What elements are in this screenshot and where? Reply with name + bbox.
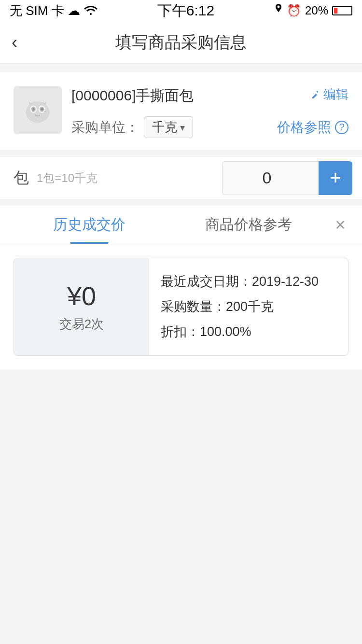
- tab-section: 历史成交价 商品价格参考 × ¥0 交易2次: [0, 206, 362, 369]
- tab-history-price[interactable]: 历史成交价: [10, 206, 169, 244]
- unit-select[interactable]: 千克 ▾: [144, 116, 193, 138]
- quantity-plus-button[interactable]: +: [319, 161, 352, 195]
- tab-history-label: 历史成交价: [53, 215, 125, 235]
- price-transactions: 交易2次: [59, 316, 104, 333]
- price-card: ¥0 交易2次 最近成交日期：2019-12-30 采购数量：200千克 折扣：…: [14, 258, 348, 356]
- currency-symbol: ¥: [67, 281, 82, 310]
- tab-product-label: 商品价格参考: [205, 215, 292, 235]
- purchase-unit-label: 采购单位：: [71, 118, 139, 137]
- alarm-icon: ⏰: [287, 4, 301, 17]
- wifi-icon: [84, 3, 97, 18]
- svg-point-6: [41, 108, 43, 111]
- close-icon: ×: [335, 215, 345, 235]
- product-info: [0000006]手撕面包 编辑 采购单位： 千克 ▾: [71, 86, 348, 138]
- battery-percent: 20%: [305, 4, 328, 17]
- product-name: [0000006]手撕面包: [71, 86, 194, 106]
- quantity-section: 包 1包=10千克 +: [0, 156, 362, 199]
- quantity-input[interactable]: [222, 161, 319, 195]
- price-ref-button[interactable]: 价格参照 ?: [277, 118, 348, 137]
- no-sim-text: 无 SIM 卡 ☁: [10, 2, 80, 19]
- amount-value: 0: [82, 281, 96, 310]
- page-header: ‹ 填写商品采购信息: [0, 21, 362, 64]
- purchase-qty-row: 采购数量：200千克: [161, 298, 336, 316]
- purchase-qty-value: 200千克: [226, 299, 274, 314]
- status-bar: 无 SIM 卡 ☁ 下午6:12 ⏰ 20%: [0, 0, 362, 21]
- tab-header: 历史成交价 商品价格参考 ×: [0, 206, 362, 244]
- status-time: 下午6:12: [157, 1, 214, 21]
- last-deal-date-row: 最近成交日期：2019-12-30: [161, 273, 336, 291]
- quantity-unit-badge: 包: [14, 168, 29, 189]
- page-title: 填写商品采购信息: [115, 31, 247, 54]
- quantity-unit-hint: 1包=10千克: [37, 170, 97, 186]
- product-card: [0000006]手撕面包 编辑 采购单位： 千克 ▾: [0, 72, 362, 150]
- svg-point-5: [32, 108, 34, 111]
- question-icon: ?: [335, 121, 348, 134]
- purchase-qty-label: 采购数量：: [161, 299, 226, 314]
- product-image: [14, 86, 62, 134]
- back-button[interactable]: ‹: [12, 32, 17, 53]
- status-right: ⏰ 20%: [274, 4, 352, 17]
- discount-row: 折扣：100.00%: [161, 323, 336, 341]
- discount-label: 折扣：: [161, 324, 200, 339]
- price-card-right: 最近成交日期：2019-12-30 采购数量：200千克 折扣：100.00%: [149, 258, 348, 355]
- edit-button[interactable]: 编辑: [311, 86, 348, 103]
- price-content: ¥0 交易2次 最近成交日期：2019-12-30 采购数量：200千克 折扣：…: [0, 244, 362, 369]
- last-deal-date-label: 最近成交日期：: [161, 274, 252, 289]
- location-icon: [274, 4, 283, 17]
- discount-value: 100.00%: [200, 324, 251, 339]
- close-button[interactable]: ×: [328, 213, 352, 237]
- battery-icon: [332, 6, 352, 15]
- price-card-left: ¥0 交易2次: [14, 258, 149, 355]
- status-left: 无 SIM 卡 ☁: [10, 2, 97, 19]
- price-amount: ¥0: [67, 281, 96, 311]
- unit-value: 千克: [152, 119, 177, 136]
- tab-active-indicator: [70, 242, 109, 244]
- last-deal-date-value: 2019-12-30: [252, 274, 319, 289]
- price-ref-label: 价格参照: [277, 118, 331, 137]
- chevron-down-icon: ▾: [180, 122, 185, 133]
- tab-product-price[interactable]: 商品价格参考: [169, 206, 328, 244]
